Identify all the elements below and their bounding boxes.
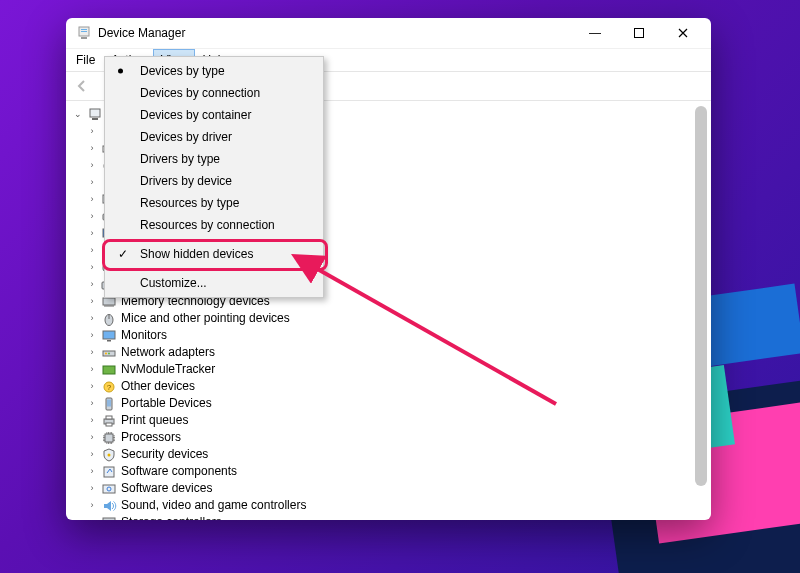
svg-rect-38 bbox=[113, 305, 114, 307]
tree-item-nvidia[interactable]: ›NvModuleTracker bbox=[72, 361, 711, 378]
expand-icon[interactable]: › bbox=[86, 344, 98, 361]
tree-item-other[interactable]: ›?Other devices bbox=[72, 378, 711, 395]
menu-separator bbox=[138, 239, 318, 240]
svg-rect-33 bbox=[103, 298, 115, 305]
svg-rect-69 bbox=[103, 440, 105, 441]
svg-rect-3 bbox=[81, 31, 87, 32]
tree-item-label: Sound, video and game controllers bbox=[120, 497, 306, 514]
expand-icon[interactable]: › bbox=[86, 514, 98, 520]
menu-item-label: Resources by connection bbox=[140, 218, 275, 232]
svg-rect-57 bbox=[103, 435, 105, 436]
tree-item-network[interactable]: ›Network adapters bbox=[72, 344, 711, 361]
tree-item-software-comp[interactable]: ›Software components bbox=[72, 463, 711, 480]
tree-item-cpu[interactable]: ›Processors bbox=[72, 429, 711, 446]
software-dev-icon bbox=[101, 481, 117, 497]
view-menu-dropdown: Devices by typeDevices by connectionDevi… bbox=[104, 56, 324, 298]
expand-icon[interactable]: › bbox=[86, 361, 98, 378]
tree-item-sound[interactable]: ›Sound, video and game controllers bbox=[72, 497, 711, 514]
svg-rect-9 bbox=[90, 109, 100, 117]
tree-item-monitor[interactable]: ›Monitors bbox=[72, 327, 711, 344]
tree-item-label: Software devices bbox=[120, 480, 212, 497]
software-comp-icon bbox=[101, 464, 117, 480]
expand-icon[interactable]: › bbox=[86, 174, 98, 191]
close-button[interactable] bbox=[661, 18, 705, 48]
network-icon bbox=[101, 345, 117, 361]
expand-icon[interactable]: › bbox=[86, 378, 98, 395]
menu-item-resources-by-type[interactable]: Resources by type bbox=[108, 192, 320, 214]
expand-icon[interactable]: › bbox=[86, 208, 98, 225]
menu-item-label: Devices by type bbox=[140, 64, 225, 78]
menu-item-show-hidden-devices[interactable]: ✓Show hidden devices bbox=[108, 243, 320, 265]
svg-rect-34 bbox=[105, 305, 106, 307]
svg-rect-62 bbox=[113, 437, 115, 438]
svg-rect-75 bbox=[103, 518, 115, 521]
menu-item-label: Drivers by device bbox=[140, 174, 232, 188]
menu-item-devices-by-container[interactable]: Devices by container bbox=[108, 104, 320, 126]
expand-icon[interactable]: › bbox=[86, 412, 98, 429]
tree-item-portable[interactable]: ›Portable Devices bbox=[72, 395, 711, 412]
cpu-icon bbox=[101, 430, 117, 446]
svg-rect-53 bbox=[106, 423, 112, 426]
tree-item-security[interactable]: ›Security devices bbox=[72, 446, 711, 463]
expand-icon[interactable]: › bbox=[86, 225, 98, 242]
tree-item-software-dev[interactable]: ›Software devices bbox=[72, 480, 711, 497]
svg-rect-2 bbox=[81, 29, 87, 30]
expand-icon[interactable]: › bbox=[86, 191, 98, 208]
window-title: Device Manager bbox=[98, 26, 573, 40]
tree-item-label: Network adapters bbox=[120, 344, 215, 361]
expand-icon[interactable]: › bbox=[86, 395, 98, 412]
expand-icon[interactable]: › bbox=[86, 310, 98, 327]
collapse-icon[interactable]: ⌄ bbox=[72, 106, 84, 123]
minimize-button[interactable]: — bbox=[573, 18, 617, 48]
expand-icon[interactable]: › bbox=[86, 446, 98, 463]
svg-rect-10 bbox=[92, 118, 98, 120]
app-icon bbox=[76, 25, 92, 41]
expand-icon[interactable]: › bbox=[86, 480, 98, 497]
tree-item-label: Portable Devices bbox=[120, 395, 212, 412]
svg-point-44 bbox=[105, 352, 107, 354]
svg-rect-66 bbox=[113, 438, 115, 439]
menu-item-devices-by-driver[interactable]: Devices by driver bbox=[108, 126, 320, 148]
other-icon: ? bbox=[101, 379, 117, 395]
check-icon: ✓ bbox=[118, 247, 128, 261]
menu-item-customize[interactable]: Customize... bbox=[108, 272, 320, 294]
tree-item-label: Security devices bbox=[120, 446, 208, 463]
menu-file[interactable]: File bbox=[68, 49, 103, 71]
expand-icon[interactable]: › bbox=[86, 242, 98, 259]
svg-rect-54 bbox=[105, 434, 113, 442]
close-icon bbox=[678, 28, 688, 38]
menu-item-drivers-by-device[interactable]: Drivers by device bbox=[108, 170, 320, 192]
svg-rect-73 bbox=[103, 485, 115, 493]
expand-icon[interactable]: › bbox=[86, 497, 98, 514]
tree-item-printer[interactable]: ›Print queues bbox=[72, 412, 711, 429]
menu-item-label: Devices by connection bbox=[140, 86, 260, 100]
svg-rect-1 bbox=[81, 37, 87, 39]
title-bar[interactable]: Device Manager — bbox=[66, 18, 711, 48]
expand-icon[interactable]: › bbox=[86, 157, 98, 174]
menu-item-label: Devices by container bbox=[140, 108, 251, 122]
bullet-icon bbox=[118, 69, 123, 74]
menu-item-label: Customize... bbox=[140, 276, 207, 290]
svg-rect-4 bbox=[635, 29, 644, 38]
expand-icon[interactable]: › bbox=[86, 429, 98, 446]
expand-icon[interactable]: › bbox=[86, 123, 98, 140]
vertical-scrollbar[interactable] bbox=[695, 106, 707, 486]
maximize-button[interactable] bbox=[617, 18, 661, 48]
expand-icon[interactable]: › bbox=[86, 259, 98, 276]
expand-icon[interactable]: › bbox=[86, 140, 98, 157]
expand-icon[interactable]: › bbox=[86, 463, 98, 480]
expand-icon[interactable]: › bbox=[86, 327, 98, 344]
menu-item-resources-by-connection[interactable]: Resources by connection bbox=[108, 214, 320, 236]
desktop-background: Device Manager — FileActionViewHelp ⌄D-S… bbox=[0, 0, 800, 573]
svg-rect-68 bbox=[111, 442, 112, 444]
svg-rect-55 bbox=[107, 432, 108, 434]
tree-item-storage[interactable]: ›Storage controllers bbox=[72, 514, 711, 520]
expand-icon[interactable]: › bbox=[86, 276, 98, 293]
menu-item-devices-by-type[interactable]: Devices by type bbox=[108, 60, 320, 82]
expand-icon[interactable]: › bbox=[86, 293, 98, 310]
tree-item-mouse[interactable]: ›Mice and other pointing devices bbox=[72, 310, 711, 327]
menu-item-drivers-by-type[interactable]: Drivers by type bbox=[108, 148, 320, 170]
menu-item-devices-by-connection[interactable]: Devices by connection bbox=[108, 82, 320, 104]
nav-back-button bbox=[70, 74, 94, 98]
tree-item-label: Storage controllers bbox=[120, 514, 222, 520]
